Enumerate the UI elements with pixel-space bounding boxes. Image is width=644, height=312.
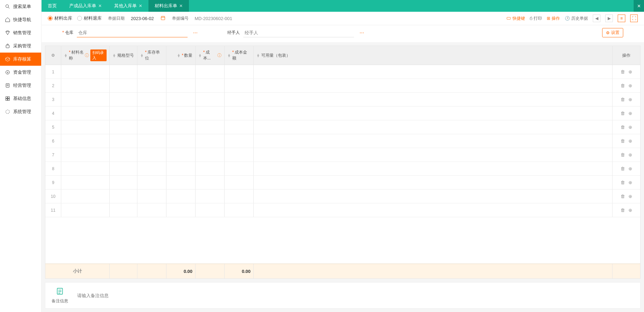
sidebar-item-funds[interactable]: ¥ 资金管理 bbox=[0, 66, 41, 79]
tab-other-in[interactable]: 其他入库单✕ bbox=[108, 0, 148, 12]
delete-row-icon[interactable]: 🗑 bbox=[620, 125, 625, 130]
cell-amount[interactable] bbox=[225, 134, 254, 148]
list-button[interactable]: ≡ bbox=[618, 15, 625, 22]
cell-spec[interactable] bbox=[110, 93, 137, 106]
delete-row-icon[interactable]: 🗑 bbox=[620, 208, 625, 213]
table-row[interactable]: 8🗑⊕ bbox=[45, 162, 640, 176]
cell-avail[interactable] bbox=[254, 93, 613, 106]
sidebar-item-basic[interactable]: 基础信息 bbox=[0, 92, 41, 105]
table-row[interactable]: 1🗑⊕ bbox=[45, 65, 640, 79]
delete-row-icon[interactable]: 🗑 bbox=[620, 83, 625, 88]
cell-qty[interactable] bbox=[166, 190, 196, 203]
cell-avail[interactable] bbox=[254, 162, 613, 175]
table-row[interactable]: 9🗑⊕ bbox=[45, 176, 640, 190]
sidebar-item-inventory[interactable]: 库存核算 bbox=[0, 53, 41, 66]
cell-cost[interactable] bbox=[196, 93, 225, 106]
more-icon[interactable]: ⋯ bbox=[357, 30, 366, 35]
th-name[interactable]: ▲▼材料名称ⓘ扫码录入 bbox=[61, 46, 110, 65]
cell-cost[interactable] bbox=[196, 134, 225, 148]
cell-qty[interactable] bbox=[166, 176, 196, 189]
cell-qty[interactable] bbox=[166, 162, 196, 175]
expand-button[interactable]: ⛶ bbox=[630, 15, 638, 22]
cell-avail[interactable] bbox=[254, 120, 613, 134]
cell-spec[interactable] bbox=[110, 203, 137, 217]
delete-row-icon[interactable]: 🗑 bbox=[620, 194, 625, 199]
cell-amount[interactable] bbox=[225, 93, 254, 106]
cell-cost[interactable] bbox=[196, 162, 225, 175]
table-row[interactable]: 10🗑⊕ bbox=[45, 190, 640, 203]
print-button[interactable]: ⎙打印 bbox=[530, 16, 542, 21]
delete-row-icon[interactable]: 🗑 bbox=[620, 69, 625, 74]
shortcut-button[interactable]: 快捷键 bbox=[506, 16, 525, 21]
cell-unit[interactable] bbox=[137, 65, 166, 79]
add-row-icon[interactable]: ⊕ bbox=[628, 69, 632, 74]
cell-name[interactable] bbox=[61, 79, 110, 92]
cell-name[interactable] bbox=[61, 148, 110, 162]
cell-unit[interactable] bbox=[137, 120, 166, 134]
cell-amount[interactable] bbox=[225, 79, 254, 92]
scan-button[interactable]: 扫码录入 bbox=[90, 49, 107, 61]
th-unit[interactable]: ▲▼库存单位 bbox=[137, 46, 166, 65]
doc-date-value[interactable]: 2023-06-02 bbox=[131, 16, 154, 21]
calendar-icon[interactable] bbox=[160, 15, 166, 22]
cell-name[interactable] bbox=[61, 120, 110, 134]
cell-spec[interactable] bbox=[110, 65, 137, 79]
cell-amount[interactable] bbox=[225, 176, 254, 189]
cell-avail[interactable] bbox=[254, 190, 613, 203]
sidebar-item-purchase[interactable]: 采购管理 bbox=[0, 39, 41, 53]
cell-spec[interactable] bbox=[110, 134, 137, 148]
add-row-icon[interactable]: ⊕ bbox=[628, 138, 632, 144]
cell-cost[interactable] bbox=[196, 203, 225, 217]
settings-button[interactable]: ⚙设置 bbox=[602, 28, 623, 37]
cell-avail[interactable] bbox=[254, 148, 613, 162]
warehouse-input[interactable] bbox=[77, 28, 188, 37]
cell-unit[interactable] bbox=[137, 93, 166, 106]
cell-amount[interactable] bbox=[225, 148, 254, 162]
sidebar-item-sales[interactable]: 销售管理 bbox=[0, 26, 41, 39]
info-icon[interactable]: ⓘ bbox=[85, 53, 89, 58]
cell-avail[interactable] bbox=[254, 107, 613, 120]
add-row-icon[interactable]: ⊕ bbox=[628, 152, 632, 157]
delete-row-icon[interactable]: 🗑 bbox=[620, 152, 625, 157]
tab-home[interactable]: 首页 bbox=[42, 0, 63, 12]
cell-name[interactable] bbox=[61, 65, 110, 79]
cell-qty[interactable] bbox=[166, 134, 196, 148]
delete-row-icon[interactable]: 🗑 bbox=[620, 97, 625, 102]
next-button[interactable]: ▶ bbox=[605, 15, 613, 22]
cell-name[interactable] bbox=[61, 134, 110, 148]
cell-amount[interactable] bbox=[225, 65, 254, 79]
cell-qty[interactable] bbox=[166, 107, 196, 120]
sidebar-item-system[interactable]: 系统管理 bbox=[0, 105, 41, 118]
add-row-icon[interactable]: ⊕ bbox=[628, 166, 632, 171]
table-row[interactable]: 5🗑⊕ bbox=[45, 120, 640, 134]
add-row-icon[interactable]: ⊕ bbox=[628, 194, 632, 199]
cell-qty[interactable] bbox=[166, 79, 196, 92]
more-icon[interactable]: ⋯ bbox=[191, 30, 200, 35]
cell-unit[interactable] bbox=[137, 79, 166, 92]
info-icon[interactable]: ⓘ bbox=[217, 53, 221, 58]
th-gear[interactable]: ⚙ bbox=[45, 46, 61, 65]
add-row-icon[interactable]: ⊕ bbox=[628, 97, 632, 102]
cell-unit[interactable] bbox=[137, 162, 166, 175]
cell-amount[interactable] bbox=[225, 190, 254, 203]
cell-cost[interactable] bbox=[196, 176, 225, 189]
cell-spec[interactable] bbox=[110, 162, 137, 175]
th-amount[interactable]: ▲▼成本金额 bbox=[225, 46, 254, 65]
table-row[interactable]: 6🗑⊕ bbox=[45, 134, 640, 148]
cell-name[interactable] bbox=[61, 93, 110, 106]
sidebar-item-search[interactable]: 搜索菜单 bbox=[0, 0, 41, 13]
cell-name[interactable] bbox=[61, 190, 110, 203]
cell-cost[interactable] bbox=[196, 190, 225, 203]
cell-amount[interactable] bbox=[225, 162, 254, 175]
delete-row-icon[interactable]: 🗑 bbox=[620, 180, 625, 185]
tab-finished-in[interactable]: 产成品入库单✕ bbox=[63, 0, 108, 12]
delete-row-icon[interactable]: 🗑 bbox=[620, 111, 625, 116]
add-row-icon[interactable]: ⊕ bbox=[628, 180, 632, 185]
prev-button[interactable]: ◀ bbox=[593, 15, 600, 22]
delete-row-icon[interactable]: 🗑 bbox=[620, 138, 625, 144]
th-spec[interactable]: ▲▼规格型号 bbox=[110, 46, 137, 65]
cell-avail[interactable] bbox=[254, 203, 613, 217]
cell-amount[interactable] bbox=[225, 203, 254, 217]
close-all-tabs-button[interactable]: ✕ bbox=[634, 0, 644, 12]
cell-spec[interactable] bbox=[110, 107, 137, 120]
